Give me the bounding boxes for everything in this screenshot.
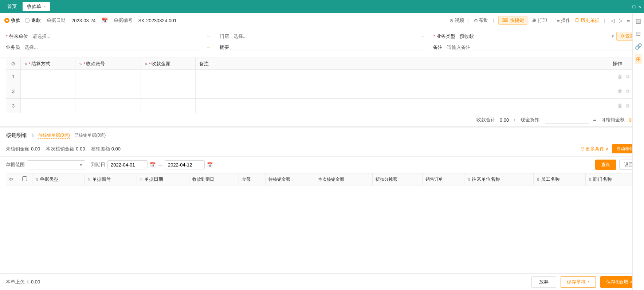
save-new-arrow-icon: ∧	[630, 280, 632, 284]
bottom-col-current: 本次核销金额	[315, 173, 373, 185]
partner-input[interactable]	[30, 33, 203, 40]
bottom-col-date[interactable]: ⇅单据日期	[137, 173, 189, 185]
discard-button[interactable]: 放弃	[531, 276, 556, 288]
sidebar-table-icon[interactable]: ▤	[634, 16, 643, 26]
cell-account-3[interactable]	[75, 99, 141, 113]
toolbar: 收款 退款 单据日期 2023-03-24 📅 单据编号 SK-20230324…	[0, 13, 644, 28]
query-btn[interactable]: 查询	[595, 160, 616, 170]
calendar-from-icon[interactable]: 📅	[150, 162, 156, 168]
date-from-input[interactable]	[107, 160, 148, 169]
diff-value: 0.00	[111, 146, 121, 152]
bottom-col-pending: 待核销金额	[265, 173, 315, 185]
employee-more-icon[interactable]: ···	[207, 44, 211, 50]
bottom-col-gear[interactable]: ⚙	[6, 173, 19, 185]
table-gear-icon[interactable]: ⚙	[10, 61, 17, 67]
radio-refund[interactable]: 退款	[25, 17, 41, 24]
delete-icon-2[interactable]: 🗑	[617, 88, 623, 94]
more-conditions-btn[interactable]: ▽ 更多条件 ∧	[581, 146, 609, 152]
store-input[interactable]	[231, 33, 417, 40]
main-content: 收款 退款 单据日期 2023-03-24 📅 单据编号 SK-20230324…	[0, 13, 644, 290]
cell-amount-1[interactable]	[141, 70, 196, 84]
tab-home[interactable]: 首页	[3, 2, 21, 11]
date-label: 单据日期	[47, 17, 66, 24]
history-btn[interactable]: 🗒 历史单据	[575, 17, 600, 24]
radio-receive[interactable]: 收款	[4, 17, 20, 24]
footer-info-icon[interactable]: ℹ	[27, 279, 29, 285]
copy-icon-3[interactable]: ⧉	[626, 103, 629, 109]
partner-more-icon[interactable]: ···	[207, 34, 211, 39]
cell-payment-3[interactable]	[21, 99, 75, 113]
section-title: 核销明细	[6, 132, 28, 139]
window-close-icon[interactable]: ×	[638, 4, 641, 9]
date-to-input[interactable]	[165, 160, 205, 169]
maximize-icon[interactable]: □	[633, 4, 636, 9]
note-input[interactable]	[445, 44, 638, 51]
print-btn[interactable]: 🖶 打印	[532, 17, 547, 24]
bottom-col-partner[interactable]: ⇅往来单位名称	[464, 173, 533, 185]
cell-account-2[interactable]	[75, 84, 141, 99]
bottom-col-type[interactable]: ⇅单据类型	[32, 173, 85, 185]
history-icon: 🗒	[575, 17, 580, 23]
cell-amount-2[interactable]	[141, 84, 196, 99]
sort-type-icon: ⇅	[35, 177, 38, 181]
pending-tag[interactable]: 待核销单据(0笔)	[38, 132, 70, 139]
copy-icon-2[interactable]: ⧉	[626, 88, 629, 94]
summary-input[interactable]	[231, 44, 425, 51]
sort-partner-icon: ⇅	[467, 177, 470, 181]
discount-input[interactable]	[545, 116, 589, 124]
ops-btn[interactable]: ≡ 操作	[557, 17, 570, 24]
cell-note-1[interactable]	[196, 70, 609, 84]
layout-next-icon[interactable]: ▷	[617, 17, 624, 24]
delete-icon-3[interactable]: 🗑	[617, 103, 623, 109]
help-btn[interactable]: ⊙ 帮助	[474, 17, 488, 24]
stats-row: 未核销金额 0.00 本次核销金额 0.00 核销差额 0.00 ▽ 更多条件 …	[0, 141, 644, 156]
row-num-2: 2	[6, 84, 21, 99]
cell-payment-2[interactable]	[21, 84, 75, 99]
note-label: 备注	[433, 44, 443, 51]
date-dash: —	[158, 162, 162, 168]
cell-note-2[interactable]	[196, 84, 609, 99]
copy-icon-1[interactable]: ⧉	[626, 74, 629, 79]
video-btn[interactable]: ⊙ 视频	[449, 17, 464, 24]
sort-emp-icon: ⇅	[537, 177, 539, 181]
store-field: 门店 ···	[220, 33, 425, 40]
done-tag[interactable]: 已核销单据(0笔)	[74, 132, 106, 138]
layout-list-icon[interactable]: ≡	[625, 17, 631, 24]
bottom-col-store[interactable]: ⇅部门名称	[586, 173, 638, 185]
total-value: 0.00	[500, 117, 509, 123]
cell-payment-1[interactable]	[21, 70, 75, 84]
minimize-icon[interactable]: —	[625, 4, 630, 9]
calendar-to-icon[interactable]: 📅	[207, 162, 213, 168]
bottom-col-checkbox[interactable]	[19, 173, 32, 185]
filter-row: 单据范围 到期日 📅 — 📅 查询 设置	[0, 156, 644, 173]
sidebar-list-icon[interactable]: ⊟	[635, 29, 642, 39]
employee-label: 业务员	[6, 44, 20, 51]
tab-receipt[interactable]: 收款单 ×	[23, 2, 50, 11]
stats-left: 未核销金额 0.00 本次核销金额 0.00 核销差额 0.00	[6, 146, 121, 152]
range-select[interactable]	[27, 160, 85, 169]
draft-button[interactable]: 保存草稿 ∧	[561, 276, 596, 288]
section-info-icon[interactable]: ℹ	[32, 133, 34, 138]
tab-close-icon[interactable]: ×	[43, 4, 46, 9]
select-all-checkbox[interactable]	[22, 176, 27, 181]
layout-prev-icon[interactable]: ◁	[609, 17, 616, 24]
sidebar-grid-icon[interactable]: ⊞	[635, 54, 642, 64]
help-icon: ⊙	[474, 18, 478, 23]
radio-group: 收款 退款	[4, 17, 41, 24]
sidebar-link-icon[interactable]: 🔗	[633, 42, 644, 51]
bottom-col-employee[interactable]: ⇅员工名称	[533, 173, 586, 185]
bottom-col-discount: 折扣分摊额	[373, 173, 423, 185]
form-row-1: 往来单位 ··· 门店 ··· 业务类型 预收款 ▾ ⚙ 设置	[6, 32, 638, 41]
business-type-dropdown-icon[interactable]: ▾	[612, 34, 614, 39]
eq-sign: =	[593, 117, 596, 123]
partner-label: 往来单位	[6, 33, 28, 40]
calendar-icon[interactable]: 📅	[102, 17, 108, 23]
delete-icon-1[interactable]: 🗑	[617, 74, 623, 79]
store-more-icon[interactable]: ···	[420, 34, 425, 39]
shortcut-btn[interactable]: ⌨ 快捷键	[498, 16, 527, 25]
cell-amount-3[interactable]	[141, 99, 196, 113]
bottom-col-number[interactable]: ⇅单据编号	[85, 173, 137, 185]
employee-input[interactable]	[22, 44, 203, 51]
cell-note-3[interactable]	[196, 99, 609, 113]
cell-account-1[interactable]	[75, 70, 141, 84]
